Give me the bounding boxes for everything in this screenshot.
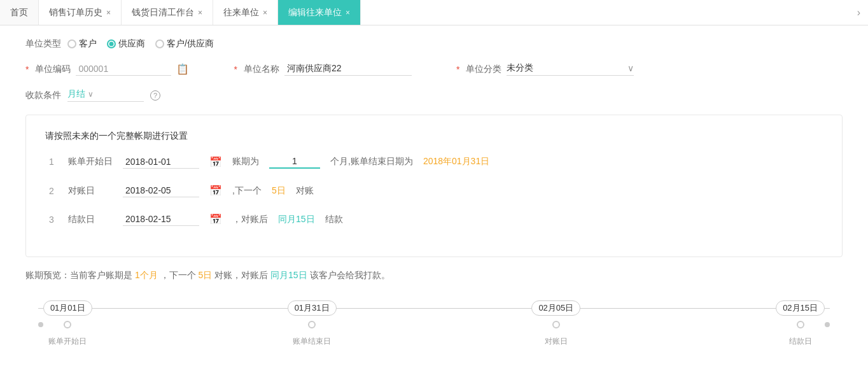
unit-classify-dropdown[interactable]: 未分类 ∨ (507, 62, 634, 76)
main-content: 单位类型 客户 供应商 客户/供应商 * 单位编码 📋 * 单位名称 (0, 25, 868, 387)
timeline-dot-4 (797, 321, 804, 328)
payment-condition-value: 月结 (67, 88, 85, 100)
unit-classify-group: * 单位分类 未分类 ∨ (456, 62, 634, 76)
unit-code-group: * 单位编码 📋 (25, 62, 189, 76)
period-row-1-middle-text: 账期为 (232, 156, 259, 167)
tab-cash-work-bench-close[interactable]: × (198, 8, 202, 17)
tab-edit-partner-unit[interactable]: 编辑往来单位 × (278, 0, 361, 25)
radio-customer-supplier-circle (155, 39, 164, 48)
preview-highlight-1: 1个月 (135, 270, 158, 280)
period-row-2-prefix: ,下一个 (232, 185, 262, 197)
preview-suffix: 该客户会给我打款。 (310, 270, 390, 280)
payment-condition-help-icon[interactable]: ? (150, 90, 160, 101)
unit-info-row: * 单位编码 📋 * 单位名称 * 单位分类 未分类 ∨ (25, 62, 843, 76)
period-row-3-num: 3 (45, 215, 58, 225)
timeline-dot-2 (308, 321, 316, 328)
tab-home-label: 首页 (10, 7, 28, 18)
unit-classify-arrow-icon: ∨ (627, 63, 634, 73)
preview-highlight-2: 5日 (198, 270, 212, 280)
radio-supplier-circle (107, 39, 116, 48)
timeline-point-1: 01月01日 账单开始日 (43, 300, 92, 347)
radio-customer-label: 客户 (79, 38, 97, 50)
period-box-title: 请按照未来的一个完整帐期进行设置 (45, 130, 823, 142)
unit-name-label: 单位名称 (244, 64, 279, 75)
tab-cash-work-bench[interactable]: 钱货日清工作台 × (122, 0, 213, 25)
period-row-2-suffix: 对账 (296, 185, 314, 197)
period-row-3-suffix: 结款 (325, 214, 343, 225)
timeline-label-3: 对账日 (545, 336, 568, 347)
period-settings-box: 请按照未来的一个完整帐期进行设置 1 账单开始日 📅 账期为 个月,账单结束日期… (25, 115, 843, 257)
payment-condition-dropdown[interactable]: 月结 ∨ (67, 88, 144, 102)
timeline-dot-3 (552, 321, 560, 328)
tab-sales-order-history-close[interactable]: × (106, 8, 111, 17)
unit-classify-value: 未分类 (507, 62, 533, 74)
radio-customer-circle (67, 39, 76, 48)
timeline-badge-1: 01月01日 (43, 300, 92, 316)
preview-middle-1: ，下一个 (160, 270, 196, 280)
unit-code-required-star: * (25, 64, 29, 74)
period-row-2-date-input[interactable] (123, 184, 199, 197)
radio-customer-supplier-label: 客户/供应商 (167, 38, 214, 50)
unit-classify-label: 单位分类 (466, 64, 501, 75)
tab-edit-partner-unit-label: 编辑往来单位 (288, 7, 342, 18)
timeline-label-2: 账单结束日 (293, 336, 331, 347)
period-row-3-calendar-icon[interactable]: 📅 (209, 213, 222, 225)
period-row-1-month-input[interactable] (269, 155, 320, 169)
period-row-1-num: 1 (45, 157, 58, 167)
timeline-badge-2: 01月31日 (288, 300, 337, 316)
period-row-2: 2 对账日 📅 ,下一个 5日 对账 (45, 184, 823, 197)
period-row-1-suffix: 个月,账单结束日期为 (330, 156, 413, 167)
period-row-1-label: 账单开始日 (68, 156, 113, 167)
payment-condition-row: 收款条件 月结 ∨ ? (25, 88, 843, 102)
period-row-2-label: 对账日 (68, 185, 113, 197)
timeline-badge-4: 02月15日 (776, 300, 825, 316)
period-row-3-date-input[interactable] (123, 213, 199, 226)
timeline-badge-3: 02月05日 (531, 300, 580, 316)
unit-name-input[interactable] (284, 62, 412, 76)
tab-sales-order-history[interactable]: 销售订单历史 × (39, 0, 122, 25)
period-row-1-end-date: 2018年01月31日 (423, 156, 489, 167)
tab-partner-unit[interactable]: 往来单位 × (213, 0, 278, 25)
tab-partner-unit-label: 往来单位 (223, 7, 259, 18)
timeline-points: 01月01日 账单开始日 01月31日 账单结束日 02月05日 对账日 02月… (43, 300, 825, 347)
tab-sales-order-history-label: 销售订单历史 (49, 7, 102, 18)
period-row-1: 1 账单开始日 📅 账期为 个月,账单结束日期为 2018年01月31日 (45, 155, 823, 169)
timeline: 01月01日 账单开始日 01月31日 账单结束日 02月05日 对账日 02月… (25, 300, 843, 347)
preview-section: 账期预览：当前客户账期是 1个月 ，下一个 5日 对账，对账后 同月15日 该客… (25, 270, 843, 360)
radio-customer[interactable]: 客户 (67, 38, 97, 50)
unit-type-row: 单位类型 客户 供应商 客户/供应商 (25, 38, 843, 50)
radio-supplier[interactable]: 供应商 (107, 38, 145, 50)
timeline-point-2: 01月31日 账单结束日 (288, 300, 337, 347)
preview-prefix: 账期预览：当前客户账期是 (25, 270, 132, 280)
tab-home[interactable]: 首页 (0, 0, 39, 25)
preview-text: 账期预览：当前客户账期是 1个月 ，下一个 5日 对账，对账后 同月15日 该客… (25, 270, 843, 281)
timeline-point-3: 02月05日 对账日 (531, 300, 580, 347)
period-row-3-prefix: ，对账后 (232, 214, 268, 225)
radio-customer-supplier[interactable]: 客户/供应商 (155, 38, 214, 50)
unit-code-label: 单位编码 (35, 64, 71, 75)
period-row-2-calendar-icon[interactable]: 📅 (209, 185, 222, 197)
radio-supplier-label: 供应商 (118, 38, 145, 50)
period-row-3: 3 结款日 📅 ，对账后 同月15日 结款 (45, 213, 823, 226)
tab-scroll-arrow[interactable]: › (850, 0, 868, 25)
tab-partner-unit-close[interactable]: × (263, 8, 267, 17)
timeline-label-1: 账单开始日 (48, 336, 87, 347)
unit-type-label: 单位类型 (25, 38, 61, 50)
unit-name-required-star: * (234, 64, 237, 74)
tab-cash-work-bench-label: 钱货日清工作台 (132, 7, 194, 18)
tab-edit-partner-unit-close[interactable]: × (346, 8, 350, 17)
unit-code-calendar-icon[interactable]: 📋 (176, 63, 189, 75)
period-row-3-highlight: 同月15日 (278, 214, 315, 225)
timeline-label-4: 结款日 (789, 336, 812, 347)
preview-middle-2: 对账，对账后 (214, 270, 268, 280)
period-row-3-label: 结款日 (68, 214, 113, 225)
timeline-right-dot (825, 322, 830, 327)
period-row-1-calendar-icon[interactable]: 📅 (209, 156, 222, 168)
period-row-1-date-input[interactable] (123, 155, 199, 169)
timeline-left-dot (38, 322, 43, 327)
unit-name-group: * 单位名称 (234, 62, 411, 76)
preview-highlight-3: 同月15日 (270, 270, 307, 280)
unit-code-input[interactable] (76, 62, 171, 76)
payment-condition-dropdown-arrow: ∨ (88, 90, 94, 99)
timeline-dot-1 (64, 321, 71, 328)
